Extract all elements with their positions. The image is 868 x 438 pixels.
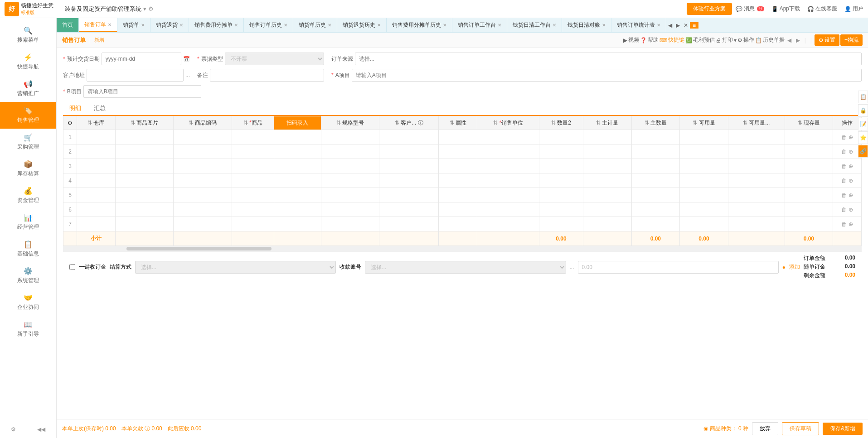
toolbar-shortcut[interactable]: ⌨ 快捷键 [659,36,684,44]
tab-sales-order-history[interactable]: 销售订单历史 ✕ [244,18,293,32]
sidebar-item-search[interactable]: 🔍 搜索菜单 [0,22,56,48]
sidebar-item-purchase[interactable]: 🛒 采购管理 [0,129,56,155]
system-title-dropdown[interactable]: ▾ [143,5,146,12]
row-delete-icon[interactable]: 🗑 [841,221,847,227]
right-tool-edit[interactable]: 📝 [858,118,868,130]
tab-cash-reconcile-close[interactable]: ✕ [602,23,606,28]
toolbar-history[interactable]: 📋 历史单据 [755,36,785,44]
sidebar-item-sales[interactable]: 🏷️ 销售管理 [0,102,56,129]
row-delete-icon[interactable]: 🗑 [841,163,847,169]
sidebar-collapse-icon[interactable]: ◀◀ [37,426,45,433]
tab-sales-fee-history[interactable]: 销售费用分摊单历史 ✕ [387,18,452,32]
row-copy-icon[interactable]: ⊕ [849,149,853,155]
toolbar-next-icon[interactable]: ▶ [794,37,802,43]
note-input[interactable] [210,69,324,82]
sidebar-item-operation[interactable]: 📊 经营管理 [0,209,56,236]
right-tool-star[interactable]: ⭐ [858,131,868,144]
toolbar-preview[interactable]: ▶ 视频 [623,36,639,44]
tab-sales-back[interactable]: 销货单 ✕ [117,18,150,32]
sidebar-item-finance[interactable]: 💰 资金管理 [0,182,56,209]
sidebar-item-basic[interactable]: 📋 基础信息 [0,236,56,262]
settings-btn[interactable]: ⚙ 设置 [815,34,839,46]
tab-sales-order-workbench-close[interactable]: ✕ [498,23,501,28]
account-select[interactable]: 选择... [365,261,566,274]
tab-home[interactable]: 首页 [57,18,79,32]
delivery-calendar-icon[interactable]: 📅 [183,56,190,62]
tab-nav-close-all[interactable]: ✕ [682,22,690,29]
tab-sales-back-close[interactable]: ✕ [141,23,145,28]
tab-nav-prev[interactable]: ◀ [666,22,674,29]
add-logistics-btn[interactable]: +物流 [840,34,863,46]
user-btn[interactable]: 👤 用户 [844,5,863,13]
tab-sales-fee[interactable]: 销售费用分摊单 ✕ [189,18,244,32]
b-project-input[interactable] [83,85,201,98]
toolbar-profit[interactable]: 💹 毛利预估 [685,36,715,44]
row-copy-icon[interactable]: ⊕ [849,192,853,198]
toolbar-help[interactable]: ❓ 帮助 [640,36,659,44]
th-scan[interactable]: 扫码录入 [274,116,321,130]
save-new-btn[interactable]: 保存&新增 [823,423,863,435]
sidebar-item-quicknav[interactable]: ⚡ 快捷导航 [0,48,56,75]
tab-detail[interactable]: 明细 [63,101,87,116]
delivery-date-input[interactable] [102,53,181,65]
tab-sales-order-history-close[interactable]: ✕ [284,23,287,28]
tab-sales-stat[interactable]: 销售订单统计表 ✕ [611,18,666,32]
right-tool-link[interactable]: 🔗 [858,145,868,158]
industry-btn[interactable]: 体验行业方案 [687,3,732,15]
right-tool-lock[interactable]: 🔒 [858,104,868,117]
horizontal-scrollbar[interactable] [63,246,862,251]
row-copy-icon[interactable]: ⊕ [849,163,853,169]
row-delete-icon[interactable]: 🗑 [841,134,847,140]
right-tool-clipboard[interactable]: 📋 [858,91,868,103]
add-btn[interactable]: 添加 [789,263,800,271]
tab-summary[interactable]: 汇总 [87,101,112,115]
online-service-btn[interactable]: 🎧 在线客服 [807,5,837,13]
tab-nav-next[interactable]: ▶ [674,22,682,29]
sidebar-settings-icon[interactable]: ⚙ [11,426,16,433]
row-delete-icon[interactable]: 🗑 [841,207,847,213]
settings-icon[interactable]: ⚙ [148,5,154,12]
sidebar-item-enterprise[interactable]: 🤝 企业协同 [0,289,56,316]
discard-btn[interactable]: 放弃 [752,422,778,435]
row-delete-icon[interactable]: 🗑 [841,149,847,155]
tab-sales-stat-close[interactable]: ✕ [657,23,660,28]
tab-cash-workbench-close[interactable]: ✕ [553,23,556,28]
tab-sales-return-close[interactable]: ✕ [179,23,183,28]
account-ellipsis[interactable]: ... [570,264,574,270]
th-settings[interactable]: ⚙ [63,116,77,130]
message-btn[interactable]: 💬 消息 9 [736,5,764,13]
tab-sales-order-workbench[interactable]: 销售订单工作台 ✕ [452,18,507,32]
sidebar-item-inventory[interactable]: 📦 库存核算 [0,155,56,182]
tab-sales-return-history-close[interactable]: ✕ [377,23,381,28]
tab-sales-fee-close[interactable]: ✕ [234,23,238,28]
row-copy-icon[interactable]: ⊕ [849,178,853,184]
invoice-type-select[interactable]: 不开票 [225,53,324,65]
tab-sales-back-history-close[interactable]: ✕ [328,23,331,28]
tab-sales-back-history[interactable]: 销货单历史 ✕ [293,18,337,32]
address-ellipsis[interactable]: ... [185,72,190,78]
tab-sales-fee-history-close[interactable]: ✕ [443,23,446,28]
one-click-deposit-checkbox[interactable] [69,264,75,270]
app-download-btn[interactable]: 📱 App下载 [771,5,800,13]
row-delete-icon[interactable]: 🗑 [841,178,847,184]
sidebar-item-guide[interactable]: 📖 新手引导 [0,316,56,342]
tab-nav-menu[interactable]: ≡ [690,22,698,29]
save-draft-btn[interactable]: 保存草稿 [782,422,819,435]
order-source-input[interactable] [355,53,862,65]
row-copy-icon[interactable]: ⊕ [849,221,853,227]
tab-sales-return[interactable]: 销货退货 ✕ [150,18,189,32]
sidebar-item-marketing[interactable]: 📢 营销推广 [0,75,56,102]
a-project-input[interactable] [352,69,862,82]
tab-sales-order[interactable]: 销售订单 ✕ [79,18,117,32]
tab-sales-return-history[interactable]: 销货退货历史 ✕ [337,18,387,32]
print-dropdown-icon[interactable]: ▾ [734,37,737,43]
deposit-amount-input[interactable] [578,261,779,274]
toolbar-prev-icon[interactable]: ◀ [786,37,793,43]
row-copy-icon[interactable]: ⊕ [849,134,853,140]
toolbar-print[interactable]: 🖨 打印 ▾ [716,36,737,44]
sidebar-item-system[interactable]: ⚙️ 系统管理 [0,262,56,289]
settlement-select[interactable]: 选择... [135,261,336,274]
row-delete-icon[interactable]: 🗑 [841,192,847,198]
row-copy-icon[interactable]: ⊕ [849,207,853,213]
tab-sales-order-close[interactable]: ✕ [108,22,112,27]
